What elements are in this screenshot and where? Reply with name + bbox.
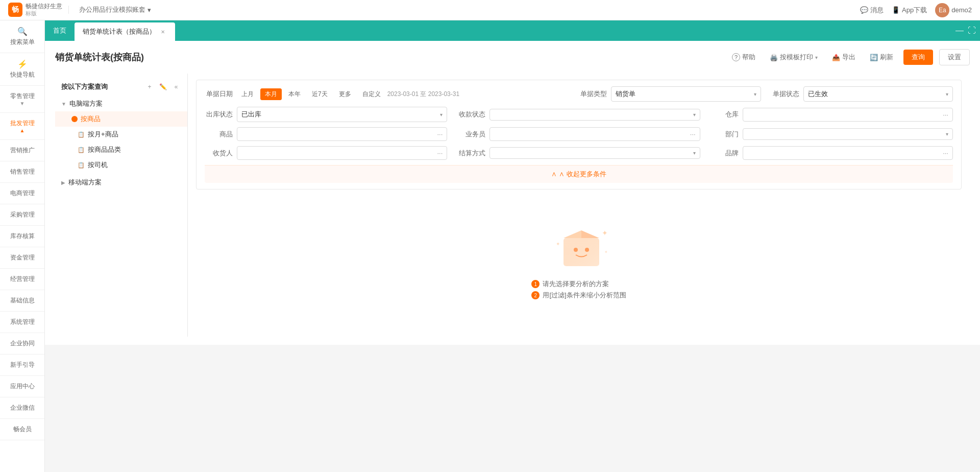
sidebar-item-tutorial[interactable]: 新手引导 bbox=[0, 355, 44, 376]
left-panel-title: 按以下方案查询 bbox=[61, 82, 108, 91]
tab-home-label: 首页 bbox=[53, 26, 66, 35]
sidebar-item-search[interactable]: 🔍 搜索菜单 bbox=[0, 20, 44, 53]
svg-marker-2 bbox=[581, 230, 599, 238]
salesperson-label: 业务员 bbox=[457, 130, 485, 139]
svg-point-3 bbox=[574, 248, 578, 252]
sidebar-item-inventory[interactable]: 库存核算 bbox=[0, 226, 44, 247]
workspace-chevron-icon: ▾ bbox=[148, 6, 151, 14]
sidebar-item-basic[interactable]: 基础信息 bbox=[0, 290, 44, 312]
svg-text:✦: ✦ bbox=[604, 250, 608, 254]
warehouse-input[interactable]: ··· bbox=[743, 108, 953, 122]
message-btn[interactable]: 💬 消息 bbox=[860, 6, 884, 15]
doc-type-select[interactable]: 销货单 ▾ bbox=[611, 86, 761, 102]
sidebar-item-finance[interactable]: 资金管理 bbox=[0, 247, 44, 269]
sidebar-item-label: 新手引导 bbox=[4, 361, 40, 369]
edit-scheme-icon[interactable]: ✏️ bbox=[158, 82, 168, 92]
filter-item-doc-type: 单据类型 销货单 ▾ bbox=[579, 86, 761, 102]
sidebar-item-wholesale[interactable]: 批发管理 ▲ bbox=[0, 113, 44, 140]
query-button[interactable]: 查询 bbox=[903, 50, 933, 65]
svg-rect-0 bbox=[564, 238, 599, 266]
tree-item-by-goods[interactable]: 按商品 bbox=[55, 111, 187, 127]
tree-item-by-goods-category[interactable]: 📋 按商品品类 bbox=[55, 142, 187, 157]
tree-expand-pc-icon: ▼ bbox=[61, 101, 66, 107]
tab-home[interactable]: 首页 bbox=[45, 20, 75, 41]
sidebar-item-enterprise[interactable]: 企业协同 bbox=[0, 333, 44, 355]
date-btn-custom[interactable]: 自定义 bbox=[358, 88, 385, 100]
date-btn-this-year[interactable]: 本年 bbox=[284, 88, 305, 100]
refresh-button[interactable]: 🔄 刷新 bbox=[866, 51, 897, 64]
sidebar-item-label: 经营管理 bbox=[4, 275, 40, 284]
page-header: 销货单统计表(按商品) ? 帮助 🖨️ 按模板打印 ▾ bbox=[55, 49, 970, 65]
sidebar-item-label: 电商管理 bbox=[4, 189, 40, 198]
sidebar-item-label: 资金管理 bbox=[4, 253, 40, 262]
date-btn-last-month[interactable]: 上月 bbox=[237, 88, 258, 100]
page-title: 销货单统计表(按商品) bbox=[55, 51, 144, 63]
filter-item-date: 单据日期 上月 本月 本年 近7天 更多 自定义 bbox=[205, 88, 569, 100]
tab-report[interactable]: 销货单统计表（按商品） ✕ bbox=[75, 22, 175, 41]
sidebar-item-retail[interactable]: 零售管理 ▼ bbox=[0, 86, 44, 113]
tab-maximize-icon[interactable]: ⛶ bbox=[968, 26, 976, 35]
shortcut-icon: ⚡ bbox=[4, 59, 40, 69]
settings-button[interactable]: 设置 bbox=[939, 49, 970, 65]
tree-item-pc[interactable]: ▼ 电脑端方案 bbox=[55, 96, 187, 111]
doc-status-chevron-icon: ▾ bbox=[946, 91, 948, 97]
out-stock-chevron-icon: ▾ bbox=[440, 112, 443, 117]
sidebar-item-operations[interactable]: 经营管理 bbox=[0, 269, 44, 290]
settlement-select[interactable]: ▾ bbox=[489, 147, 700, 159]
date-btn-7days[interactable]: 近7天 bbox=[307, 88, 332, 100]
export-button[interactable]: 📤 导出 bbox=[828, 51, 860, 64]
settlement-chevron-icon: ▾ bbox=[693, 150, 696, 156]
tree-item-by-printer[interactable]: 📋 按司机 bbox=[55, 157, 187, 173]
collapse-more-btn[interactable]: ∧ ∧ 收起更多条件 bbox=[205, 165, 953, 183]
sidebar-item-marketing[interactable]: 营销推广 bbox=[0, 140, 44, 161]
sidebar-item-ecommerce[interactable]: 电商管理 bbox=[0, 183, 44, 204]
sidebar-item-label: 基础信息 bbox=[4, 296, 40, 305]
user-area[interactable]: Ea demo2 bbox=[935, 3, 972, 17]
logo-text: 畅捷信好生意 bbox=[26, 3, 62, 10]
help-button[interactable]: ? 帮助 bbox=[728, 51, 760, 64]
sidebar-item-label: 营销推广 bbox=[4, 146, 40, 155]
workspace-selector[interactable]: 办公用品行业模拟账套 ▾ bbox=[75, 3, 155, 16]
payment-select[interactable]: ▾ bbox=[489, 109, 700, 121]
tab-minimize-icon[interactable]: — bbox=[955, 26, 964, 35]
add-scheme-button[interactable]: + bbox=[144, 82, 155, 92]
tree-item-by-month-goods[interactable]: 📋 按月+商品 bbox=[55, 127, 187, 142]
sidebar-item-shortcut[interactable]: ⚡ 快捷导航 bbox=[0, 53, 44, 86]
print-button[interactable]: 🖨️ 按模板打印 ▾ bbox=[766, 51, 822, 64]
app-download-btn[interactable]: 📱 App下载 bbox=[892, 6, 927, 15]
sidebar-item-member[interactable]: 畅会员 bbox=[0, 419, 44, 440]
tab-close-icon[interactable]: ✕ bbox=[159, 28, 167, 36]
salesperson-input[interactable]: ··· bbox=[489, 127, 700, 141]
brand-input[interactable]: ··· bbox=[743, 146, 953, 160]
out-stock-label: 出库状态 bbox=[205, 110, 233, 119]
step-2-number: 2 bbox=[531, 291, 540, 299]
dept-select[interactable]: ▾ bbox=[743, 128, 953, 140]
message-icon: 💬 bbox=[860, 6, 868, 14]
out-stock-select[interactable]: 已出库 ▾ bbox=[237, 107, 447, 122]
sidebar-item-system[interactable]: 系统管理 bbox=[0, 312, 44, 333]
goods-input[interactable]: ··· bbox=[237, 127, 447, 141]
collapse-panel-icon[interactable]: « bbox=[171, 82, 181, 92]
left-panel-header: 按以下方案查询 + ✏️ « bbox=[55, 78, 187, 96]
app-download-icon: 📱 bbox=[892, 6, 900, 14]
date-btn-more[interactable]: 更多 bbox=[334, 88, 356, 100]
sidebar-item-purchase[interactable]: 采购管理 bbox=[0, 204, 44, 226]
avatar: Ea bbox=[935, 3, 949, 17]
sidebar-item-wechat[interactable]: 企业微信 bbox=[0, 397, 44, 419]
sidebar-item-label: 系统管理 bbox=[4, 318, 40, 326]
print-icon: 🖨️ bbox=[770, 54, 778, 61]
main-layout: 🔍 搜索菜单 ⚡ 快捷导航 零售管理 ▼ 批发管理 ▲ 营销推广 销售管理 bbox=[0, 20, 980, 472]
sidebar-item-appcenter[interactable]: 应用中心 bbox=[0, 376, 44, 397]
workspace-label: 办公用品行业模拟账套 bbox=[79, 5, 145, 14]
receiver-label: 收货人 bbox=[205, 149, 233, 158]
sidebar-item-sales[interactable]: 销售管理 bbox=[0, 161, 44, 183]
step-1-number: 1 bbox=[531, 280, 540, 288]
date-btn-this-month[interactable]: 本月 bbox=[260, 88, 282, 100]
settlement-label: 结算方式 bbox=[457, 149, 485, 158]
filter-item-warehouse: 仓库 ··· bbox=[710, 108, 953, 122]
tree-item-mobile[interactable]: ▶ 移动端方案 bbox=[55, 175, 187, 190]
date-filter-label: 单据日期 bbox=[205, 89, 233, 99]
doc-status-select[interactable]: 已生效 ▾ bbox=[803, 86, 953, 102]
receiver-input[interactable]: ··· bbox=[237, 146, 447, 160]
chevron-up-icon: ▲ bbox=[4, 128, 40, 133]
